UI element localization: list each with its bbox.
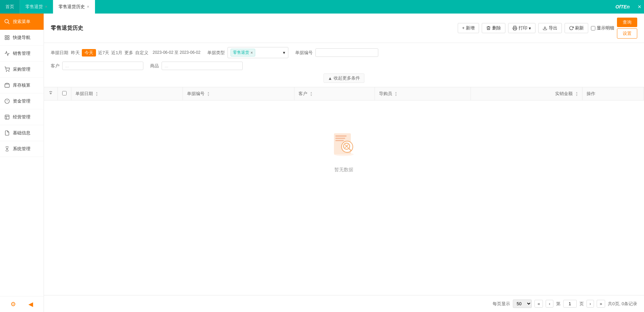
export-icon — [543, 26, 547, 30]
display-detail-checkbox[interactable]: 显示明细 — [591, 25, 614, 31]
th-guide[interactable]: 导购员 ▲▼ — [375, 87, 471, 101]
svg-point-6 — [6, 71, 6, 71]
filter-row-2: 客户 ... 商品 ... — [51, 62, 637, 70]
goods-filter: 商品 ... — [150, 62, 243, 70]
customer-input[interactable]: ... — [62, 62, 143, 70]
tab-list: 首页 零售退货 × 零售退货历史 × — [0, 0, 610, 14]
page-title: 零售退货历史 — [51, 25, 83, 32]
refresh-icon — [569, 26, 574, 30]
table-wrapper: 单据日期 ▲▼ 单据编号 ▲▼ 客户 ▲▼ 导购员 — [44, 87, 644, 295]
svg-rect-12 — [5, 115, 9, 119]
sidebar-item-label: 资金管理 — [13, 98, 30, 104]
sidebar-search[interactable]: 搜索菜单 — [0, 14, 44, 30]
sys-mgmt-icon — [4, 146, 10, 152]
query-settings-area: 查询 设置 — [617, 18, 637, 39]
main-table: 单据日期 ▲▼ 单据编号 ▲▼ 客户 ▲▼ 导购员 — [44, 87, 644, 200]
svg-rect-23 — [335, 140, 344, 141]
pagination-summary: 共0页, 0条记录 — [608, 301, 637, 307]
th-customer[interactable]: 客户 ▲▼ — [294, 87, 375, 101]
search-icon — [4, 19, 10, 25]
sidebar-search-label: 搜索菜单 — [13, 19, 30, 25]
nav-last-button[interactable]: » — [597, 300, 605, 308]
th-amount[interactable]: 实销金额 ▲▼ — [471, 87, 582, 101]
sidebar-item-operations[interactable]: 经营管理 — [0, 109, 44, 125]
nav-prev-button[interactable]: ‹ — [546, 300, 553, 308]
th-bill-no[interactable]: 单据编号 ▲▼ — [183, 87, 294, 101]
shortcut-custom[interactable]: 自定义 — [135, 50, 148, 56]
tab-retail-return-close[interactable]: × — [45, 4, 47, 9]
print-button[interactable]: 打印 ▾ — [508, 23, 535, 33]
customer-placeholder: ... — [65, 63, 69, 68]
shortcut-today[interactable]: 今天 — [82, 49, 96, 57]
date-range-value: 2023-06-02 至 2023-06-02 — [152, 50, 200, 55]
collapse-button[interactable]: ▲ 收起更多条件 — [324, 73, 364, 83]
top-right: OfTEn — [610, 4, 635, 9]
sidebar-item-inventory[interactable]: 库存核算 — [0, 77, 44, 93]
bill-type-tag: 零售退货 × — [231, 49, 255, 57]
bill-type-dropdown-icon: ▾ — [283, 50, 285, 55]
svg-rect-8 — [5, 84, 9, 87]
window-close-button[interactable]: × — [635, 3, 644, 10]
tab-home[interactable]: 首页 — [0, 0, 20, 14]
new-button[interactable]: + 新增 — [458, 23, 479, 33]
svg-point-18 — [50, 93, 51, 94]
shortcut-yesterday[interactable]: 昨天 — [71, 50, 80, 56]
inventory-icon — [4, 82, 10, 88]
delete-button[interactable]: 删除 — [482, 23, 505, 33]
nav-first-button[interactable]: « — [534, 300, 543, 308]
bill-no-sort-icon: ▲▼ — [207, 91, 210, 97]
tab-retail-return[interactable]: 零售退货 × — [20, 0, 53, 14]
th-checkbox[interactable] — [57, 87, 71, 101]
tab-retail-return-history-close[interactable]: × — [87, 4, 89, 9]
page-header: 零售退货历史 + 新增 删除 打印 ▾ 导出 刷新 — [44, 14, 644, 43]
th-settings[interactable] — [44, 87, 57, 101]
content-area: 零售退货历史 + 新增 删除 打印 ▾ 导出 刷新 — [44, 14, 644, 312]
sidebar: 搜索菜单 快捷导航 销售管理 采购管理 库存核算 — [0, 14, 44, 312]
goods-input[interactable]: ... — [162, 62, 243, 70]
bill-type-select[interactable]: 零售退货 × ▾ — [228, 47, 288, 58]
sidebar-bottom: ⚙ ◀ — [0, 296, 44, 312]
settings-bottom-icon[interactable]: ⚙ — [10, 300, 16, 308]
date-sort-icon: ▲▼ — [95, 91, 98, 97]
sidebar-item-sys-mgmt[interactable]: 系统管理 — [0, 141, 44, 157]
header-actions: + 新增 删除 打印 ▾ 导出 刷新 — [458, 18, 637, 39]
bill-type-tag-close[interactable]: × — [251, 50, 253, 55]
tab-home-label: 首页 — [5, 4, 14, 10]
sidebar-item-sales[interactable]: 销售管理 — [0, 46, 44, 62]
sidebar-item-capital[interactable]: 资金管理 — [0, 93, 44, 109]
select-all-checkbox[interactable] — [62, 91, 67, 95]
tab-retail-return-history[interactable]: 零售退货历史 × — [53, 0, 95, 14]
query-button[interactable]: 查询 — [617, 18, 637, 27]
sidebar-item-quick-nav[interactable]: 快捷导航 — [0, 30, 44, 46]
settings-button[interactable]: 设置 — [617, 28, 637, 39]
guide-sort-icon: ▲▼ — [395, 91, 397, 97]
sidebar-item-label: 采购管理 — [13, 66, 30, 72]
empty-text: 暂无数据 — [334, 167, 353, 173]
amount-sort-icon: ▲▼ — [575, 91, 578, 97]
sidebar-item-label: 基础信息 — [13, 130, 30, 136]
empty-state: 暂无数据 — [44, 101, 644, 200]
shortcut-more[interactable]: 更多 — [124, 50, 133, 56]
filter-row-1: 单据日期 昨天 今天 近7天 近1月 更多 自定义 2023-06-02 至 2… — [51, 47, 637, 58]
page-input[interactable] — [563, 300, 577, 308]
bill-no-input[interactable] — [315, 48, 378, 57]
main-layout: 搜索菜单 快捷导航 销售管理 采购管理 库存核算 — [0, 14, 644, 312]
per-page-select[interactable]: 50 10 20 100 — [513, 299, 532, 308]
sidebar-item-basic-info[interactable]: 基础信息 — [0, 125, 44, 141]
date-label: 单据日期 — [51, 50, 68, 56]
export-button[interactable]: 导出 — [538, 23, 562, 33]
shortcut-7days[interactable]: 近7天 — [98, 50, 109, 56]
customer-filter: 客户 ... — [51, 62, 143, 70]
filter-area: 单据日期 昨天 今天 近7天 近1月 更多 自定义 2023-06-02 至 2… — [44, 43, 644, 87]
sidebar-item-purchase[interactable]: 采购管理 — [0, 62, 44, 77]
display-detail-input[interactable] — [591, 26, 595, 30]
nav-next-button[interactable]: › — [587, 300, 594, 308]
bill-type-label: 单据类型 — [207, 50, 225, 56]
sales-icon — [4, 50, 10, 57]
shortcut-1month[interactable]: 近1月 — [111, 50, 122, 56]
collapse-label: 收起更多条件 — [334, 75, 360, 81]
basic-info-icon — [4, 130, 10, 136]
collapse-sidebar-icon[interactable]: ◀ — [28, 300, 33, 308]
th-date[interactable]: 单据日期 ▲▼ — [71, 87, 183, 101]
refresh-button[interactable]: 刷新 — [565, 23, 588, 33]
